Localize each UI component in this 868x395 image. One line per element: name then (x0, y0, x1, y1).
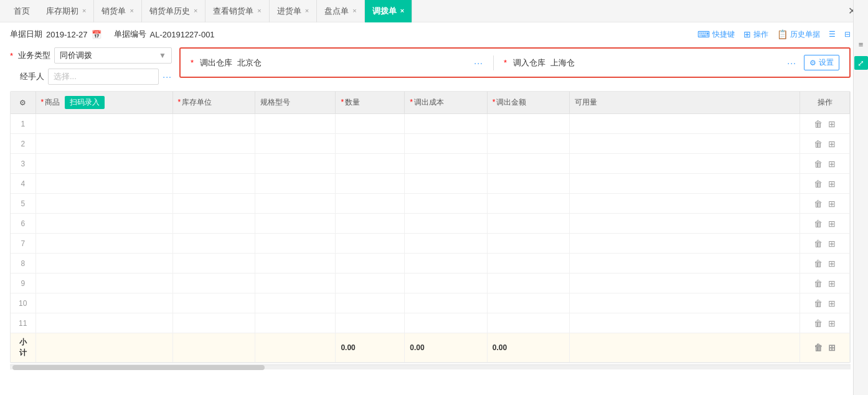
delete-icon[interactable]: 🗑 (814, 119, 823, 129)
delete-icon[interactable]: 🗑 (814, 298, 823, 308)
tab-transfer[interactable]: 调拨单 × (365, 0, 412, 22)
delete-icon[interactable]: 🗑 (814, 159, 823, 169)
spec-cell[interactable] (255, 174, 335, 194)
tab-close-stocktake[interactable]: × (352, 7, 356, 14)
unit-cell[interactable] (172, 274, 255, 293)
amount-cell[interactable] (487, 293, 569, 313)
amount-cell[interactable] (487, 254, 569, 274)
cost-cell[interactable] (405, 274, 487, 293)
product-cell[interactable] (35, 134, 172, 154)
unit-cell[interactable] (172, 214, 255, 234)
tab-view-sales[interactable]: 查看销货单 × (205, 0, 269, 22)
delete-icon[interactable]: 🗑 (814, 139, 823, 149)
unit-cell[interactable] (172, 234, 255, 254)
spec-cell[interactable] (255, 293, 335, 313)
scroll-bar[interactable] (10, 364, 851, 369)
qty-cell[interactable] (336, 114, 405, 134)
delete-icon[interactable]: 🗑 (814, 343, 823, 353)
spec-cell[interactable] (255, 274, 335, 293)
spec-cell[interactable] (255, 194, 335, 214)
spec-cell[interactable] (255, 214, 335, 234)
product-cell[interactable] (35, 313, 172, 333)
product-cell[interactable] (35, 274, 172, 293)
copy-icon[interactable]: ⊞ (828, 259, 836, 269)
list-view-button[interactable]: ☰ (829, 30, 836, 39)
cost-cell[interactable] (405, 214, 487, 234)
copy-icon[interactable]: ⊞ (828, 119, 836, 129)
col-settings[interactable]: ⚙ (11, 92, 35, 114)
tab-close-purchase[interactable]: × (305, 7, 309, 14)
tab-home[interactable]: 首页 (5, 6, 39, 17)
spec-cell[interactable] (255, 134, 335, 154)
available-cell[interactable] (570, 154, 800, 174)
spec-cell[interactable] (255, 154, 335, 174)
cost-cell[interactable] (405, 254, 487, 274)
available-cell[interactable] (570, 114, 800, 134)
business-type-select[interactable]: 同价调拨 ▼ (54, 47, 172, 64)
tab-sales-history[interactable]: 销货单历史 × (142, 0, 205, 22)
amount-cell[interactable] (487, 274, 569, 293)
qty-cell[interactable] (336, 154, 405, 174)
tab-sales-order[interactable]: 销货单 × (94, 0, 141, 22)
tab-close-history[interactable]: × (194, 7, 197, 14)
delete-icon[interactable]: 🗑 (814, 199, 823, 209)
tab-close-sales[interactable]: × (130, 7, 133, 14)
product-cell[interactable] (35, 214, 172, 234)
cost-cell[interactable] (405, 114, 487, 134)
copy-icon[interactable]: ⊞ (828, 239, 836, 249)
delete-icon[interactable]: 🗑 (814, 278, 823, 288)
available-cell[interactable] (570, 214, 800, 234)
spec-cell[interactable] (255, 114, 335, 134)
product-cell[interactable] (35, 254, 172, 274)
cost-cell[interactable] (405, 134, 487, 154)
available-cell[interactable] (570, 174, 800, 194)
qty-cell[interactable] (336, 293, 405, 313)
tab-inventory-init[interactable]: 库存期初 × (39, 0, 94, 22)
amount-cell[interactable] (487, 313, 569, 333)
tab-close-view[interactable]: × (257, 7, 261, 14)
tab-close-inventory[interactable]: × (82, 7, 86, 14)
tab-stocktake[interactable]: 盘点单 × (317, 0, 364, 22)
unit-cell[interactable] (172, 114, 255, 134)
transfer-out-more-button[interactable]: ··· (474, 58, 483, 68)
unit-cell[interactable] (172, 154, 255, 174)
qty-cell[interactable] (336, 134, 405, 154)
grid-view-button[interactable]: ⊟ (844, 30, 851, 39)
tab-purchase[interactable]: 进货单 × (270, 0, 317, 22)
amount-cell[interactable] (487, 174, 569, 194)
unit-cell[interactable] (172, 293, 255, 313)
unit-cell[interactable] (172, 174, 255, 194)
available-cell[interactable] (570, 194, 800, 214)
unit-cell[interactable] (172, 194, 255, 214)
delete-icon[interactable]: 🗑 (814, 219, 823, 229)
sidebar-list-icon[interactable]: ≡ (854, 37, 868, 51)
copy-icon[interactable]: ⊞ (828, 343, 836, 353)
cost-cell[interactable] (405, 194, 487, 214)
shortcut-button[interactable]: ⌨ 快捷键 (697, 29, 735, 40)
delete-icon[interactable]: 🗑 (814, 318, 823, 328)
delete-icon[interactable]: 🗑 (814, 179, 823, 189)
amount-cell[interactable] (487, 214, 569, 234)
qty-cell[interactable] (336, 254, 405, 274)
product-cell[interactable] (35, 174, 172, 194)
qty-cell[interactable] (336, 234, 405, 254)
unit-cell[interactable] (172, 313, 255, 333)
amount-cell[interactable] (487, 154, 569, 174)
sidebar-expand-icon[interactable]: ⤢ (854, 56, 868, 70)
copy-icon[interactable]: ⊞ (828, 179, 836, 189)
available-cell[interactable] (570, 313, 800, 333)
amount-cell[interactable] (487, 114, 569, 134)
qty-cell[interactable] (336, 194, 405, 214)
available-cell[interactable] (570, 293, 800, 313)
cost-cell[interactable] (405, 174, 487, 194)
cost-cell[interactable] (405, 293, 487, 313)
product-cell[interactable] (35, 154, 172, 174)
available-cell[interactable] (570, 274, 800, 293)
settings-button[interactable]: ⚙ 设置 (804, 55, 839, 70)
transfer-in-more-button[interactable]: ··· (787, 58, 796, 68)
product-cell[interactable] (35, 194, 172, 214)
tab-close-transfer[interactable]: × (400, 7, 404, 14)
delete-icon[interactable]: 🗑 (814, 259, 823, 269)
copy-icon[interactable]: ⊞ (828, 318, 836, 328)
history-button[interactable]: 📋 历史单据 (777, 29, 820, 40)
